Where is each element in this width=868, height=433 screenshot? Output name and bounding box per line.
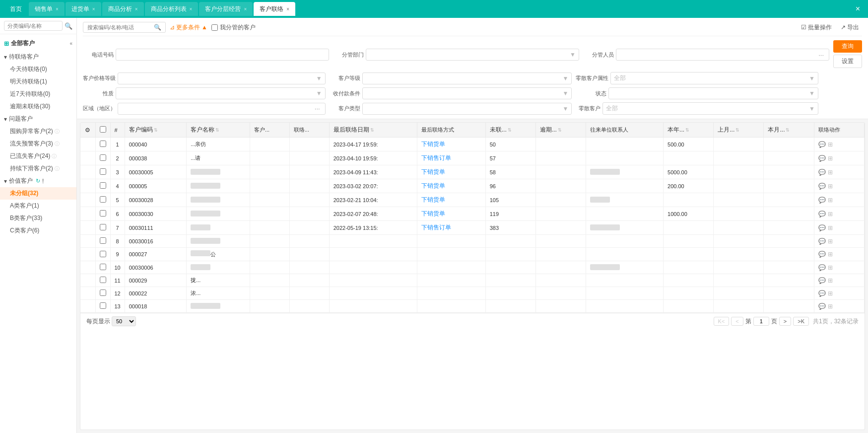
chat-icon[interactable]: 💬: [818, 251, 826, 258]
sidebar-item-overdue[interactable]: 逾期未联络(30): [0, 100, 76, 113]
td-checkbox[interactable]: [95, 207, 110, 221]
tab-sales[interactable]: 销售单 ×: [29, 2, 65, 16]
td-checkbox[interactable]: [95, 151, 110, 165]
more-action-icon[interactable]: ⊞: [828, 169, 833, 176]
chat-icon[interactable]: 💬: [818, 303, 826, 310]
person-select[interactable]: ···: [616, 49, 829, 61]
price-level-select[interactable]: ▼: [118, 72, 326, 84]
customer-level-select[interactable]: ▼: [362, 72, 572, 84]
more-action-icon[interactable]: ⊞: [828, 238, 833, 245]
more-action-icon[interactable]: ⊞: [828, 183, 833, 190]
th-checkbox[interactable]: [95, 123, 110, 138]
tab-purchase[interactable]: 进货单 ×: [66, 2, 101, 16]
row-checkbox[interactable]: [100, 168, 106, 175]
th-last-contact-date[interactable]: 最后联络日期 ⇅: [329, 123, 417, 138]
td-checkbox[interactable]: [95, 274, 110, 287]
row-checkbox[interactable]: [100, 141, 106, 147]
sidebar-search-icon[interactable]: 🔍: [65, 22, 72, 30]
last-page-btn[interactable]: >K: [793, 317, 809, 326]
th-code[interactable]: 客户编码 ⇅: [125, 123, 186, 138]
td-checkbox[interactable]: [95, 261, 110, 274]
close-product-analysis-list-tab[interactable]: ×: [190, 6, 193, 12]
page-size-select[interactable]: 20 50 100: [112, 316, 136, 326]
th-settings[interactable]: ⚙: [80, 123, 95, 138]
sidebar-item-churn-warning[interactable]: 流失预警客户(3) ⓘ: [0, 138, 76, 150]
prev-page-btn[interactable]: <: [731, 317, 743, 326]
chat-icon[interactable]: 💬: [818, 277, 826, 284]
chat-icon[interactable]: 💬: [818, 224, 826, 231]
tab-customer-contact[interactable]: 客户联络 ×: [254, 2, 295, 16]
section-pending-contact[interactable]: ▾ 待联络客户: [0, 51, 76, 63]
td-checkbox[interactable]: [95, 248, 110, 261]
phone-input[interactable]: [116, 49, 329, 61]
sidebar-item-today[interactable]: 今天待联络(0): [0, 63, 76, 75]
row-checkbox[interactable]: [100, 196, 106, 203]
th-last-month[interactable]: 上月... ⇅: [714, 123, 764, 138]
row-checkbox[interactable]: [100, 210, 106, 216]
phone-text-input[interactable]: [119, 52, 326, 58]
contact-method-link[interactable]: 下销售订单: [421, 154, 451, 161]
close-customer-contact-tab[interactable]: ×: [286, 6, 289, 12]
first-page-btn[interactable]: K<: [714, 317, 730, 326]
more-action-icon[interactable]: ⊞: [828, 251, 833, 258]
more-action-icon[interactable]: ⊞: [828, 197, 833, 204]
row-checkbox[interactable]: [100, 289, 106, 296]
td-checkbox[interactable]: [95, 138, 110, 151]
section-value-customers[interactable]: ▾ 价值客户 ↻ !: [0, 175, 76, 187]
main-search-input[interactable]: [87, 24, 152, 30]
tab-product-analysis-list[interactable]: 商品分析列表 ×: [145, 2, 199, 16]
close-sales-tab[interactable]: ×: [56, 6, 59, 12]
more-action-icon[interactable]: ⊞: [828, 141, 833, 148]
sidebar-item-churned[interactable]: 已流失客户(24) ⓘ: [0, 150, 76, 162]
row-checkbox[interactable]: [100, 251, 106, 257]
more-action-icon[interactable]: ⊞: [828, 224, 833, 231]
td-checkbox[interactable]: [95, 235, 110, 248]
close-purchase-tab[interactable]: ×: [92, 6, 95, 12]
settings-icon[interactable]: ⚙: [85, 127, 90, 134]
th-overdue[interactable]: 逾期... ⇅: [535, 123, 586, 138]
row-checkbox[interactable]: [100, 237, 106, 244]
td-checkbox[interactable]: [95, 193, 110, 207]
contact-method-link[interactable]: 下销货单: [421, 210, 445, 217]
my-customers-check[interactable]: [211, 24, 218, 31]
dept-select[interactable]: ▼: [366, 49, 579, 61]
td-checkbox[interactable]: [95, 179, 110, 193]
person-dots[interactable]: ···: [816, 51, 826, 59]
td-checkbox[interactable]: [95, 165, 110, 179]
query-button[interactable]: 查询: [833, 40, 862, 53]
refresh-icon[interactable]: ↻: [36, 178, 40, 184]
sidebar-item-c-class[interactable]: C类客户(6): [0, 224, 76, 237]
region-select[interactable]: ···: [118, 103, 326, 115]
row-checkbox[interactable]: [100, 182, 106, 189]
region-dots[interactable]: ···: [313, 105, 322, 112]
section-problem-customers[interactable]: ▾ 问题客户: [0, 113, 76, 125]
contact-method-link[interactable]: 下销货单: [421, 196, 445, 203]
th-this-month[interactable]: 本月... ⇅: [764, 123, 814, 138]
row-checkbox[interactable]: [100, 154, 106, 161]
contact-method-link[interactable]: 下销货单: [421, 141, 445, 147]
sidebar-item-7days[interactable]: 近7天待联络(0): [0, 88, 76, 100]
retail-attr-select[interactable]: 全部 ▼: [610, 72, 818, 84]
more-action-icon[interactable]: ⊞: [828, 211, 833, 217]
chat-icon[interactable]: 💬: [818, 211, 826, 217]
retail-customer-select[interactable]: 全部 ▼: [602, 102, 818, 115]
page-input[interactable]: [753, 317, 769, 326]
more-action-icon[interactable]: ⊞: [828, 264, 833, 271]
contact-method-link[interactable]: 下销售订单: [421, 224, 451, 231]
td-checkbox[interactable]: [95, 300, 110, 313]
th-not-contacted[interactable]: 未联... ⇅: [485, 123, 535, 138]
sidebar-item-declining[interactable]: 持续下滑客户(2) ⓘ: [0, 162, 76, 175]
sidebar-item-a-class[interactable]: A类客户(1): [0, 200, 76, 212]
td-checkbox[interactable]: [95, 287, 110, 300]
th-this-year[interactable]: 本年... ⇅: [664, 123, 714, 138]
more-conditions-btn[interactable]: ⊿ 更多条件 ▲: [170, 23, 207, 32]
row-checkbox[interactable]: [100, 264, 106, 270]
sidebar-item-b-class[interactable]: B类客户(33): [0, 212, 76, 224]
tab-product-analysis[interactable]: 商品分析 ×: [102, 2, 144, 16]
sidebar-search-input[interactable]: [4, 21, 63, 31]
window-close-button[interactable]: ×: [852, 4, 864, 13]
chat-icon[interactable]: 💬: [818, 238, 826, 245]
th-name[interactable]: 客户名称 ⇅: [187, 123, 250, 138]
chat-icon[interactable]: 💬: [818, 197, 826, 204]
my-customers-checkbox[interactable]: 我分管的客户: [211, 23, 256, 32]
